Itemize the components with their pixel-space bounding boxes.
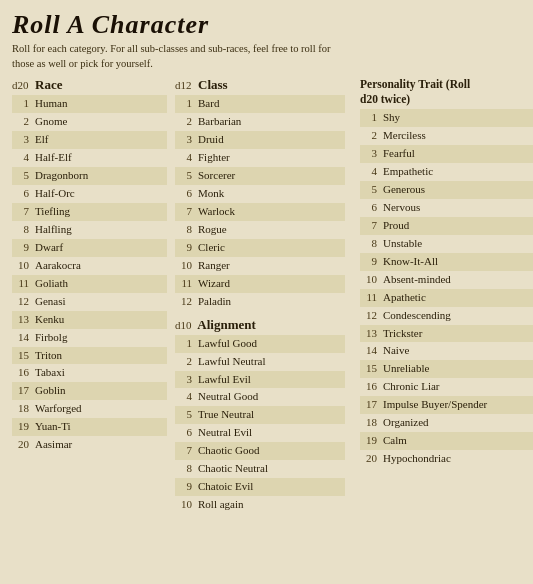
row-num: 10 (360, 271, 380, 289)
row-num: 2 (175, 353, 195, 371)
table-row: 8Rogue (175, 221, 345, 239)
row-value: Unstable (380, 235, 533, 253)
race-label: Race (35, 77, 62, 92)
table-row: 7Chaotic Good (175, 442, 345, 460)
table-row: 13Kenku (12, 311, 167, 329)
row-num: 17 (12, 382, 32, 400)
row-num: 4 (12, 149, 32, 167)
row-value: Calm (380, 432, 533, 450)
table-row: 17Goblin (12, 382, 167, 400)
table-row: 11Wizard (175, 275, 345, 293)
row-num: 19 (12, 418, 32, 436)
row-num: 5 (12, 167, 32, 185)
table-row: 10Absent-minded (360, 271, 533, 289)
row-num: 1 (12, 95, 32, 113)
row-num: 9 (175, 478, 195, 496)
row-value: Chaotic Good (195, 442, 345, 460)
table-row: 4Fighter (175, 149, 345, 167)
row-value: Goblin (32, 382, 167, 400)
table-row: 15Triton (12, 347, 167, 365)
row-num: 1 (175, 335, 195, 353)
row-value: Genasi (32, 293, 167, 311)
table-row: 2Lawful Neutral (175, 353, 345, 371)
row-num: 18 (12, 400, 32, 418)
subtitle: Roll for each category. For all sub-clas… (12, 42, 352, 71)
row-value: Proud (380, 217, 533, 235)
row-value: Fighter (195, 149, 345, 167)
race-column: d20 Race 1Human2Gnome3Elf4Half-Elf5Drago… (12, 77, 167, 514)
table-row: 11Goliath (12, 275, 167, 293)
row-value: Naive (380, 342, 533, 360)
row-num: 7 (175, 203, 195, 221)
table-row: 15Unreliable (360, 360, 533, 378)
race-class-row: d20 Race 1Human2Gnome3Elf4Half-Elf5Drago… (12, 77, 352, 514)
table-row: 10Aarakocra (12, 257, 167, 275)
table-row: 3Lawful Evil (175, 371, 345, 389)
row-value: Human (32, 95, 167, 113)
row-num: 5 (175, 167, 195, 185)
row-num: 7 (175, 442, 195, 460)
row-num: 6 (175, 424, 195, 442)
row-value: Yuan-Ti (32, 418, 167, 436)
main-content: d20 Race 1Human2Gnome3Elf4Half-Elf5Drago… (12, 77, 521, 514)
row-value: Wizard (195, 275, 345, 293)
row-num: 3 (360, 145, 380, 163)
row-value: Know-It-All (380, 253, 533, 271)
class-alignment-col: d12 Class 1Bard2Barbarian3Druid4Fighter5… (175, 77, 345, 514)
row-num: 16 (360, 378, 380, 396)
row-value: Lawful Evil (195, 371, 345, 389)
table-row: 6Neutral Evil (175, 424, 345, 442)
table-row: 6Half-Orc (12, 185, 167, 203)
class-dice: d12 (175, 79, 192, 91)
row-value: Neutral Evil (195, 424, 345, 442)
table-row: 14Firbolg (12, 329, 167, 347)
row-num: 7 (12, 203, 32, 221)
row-value: Nervous (380, 199, 533, 217)
alignment-dice: d10 (175, 319, 192, 331)
row-num: 5 (175, 406, 195, 424)
row-value: Half-Orc (32, 185, 167, 203)
table-row: 9Chatoic Evil (175, 478, 345, 496)
table-row: 3Druid (175, 131, 345, 149)
row-num: 5 (360, 181, 380, 199)
row-num: 12 (360, 307, 380, 325)
row-value: Firbolg (32, 329, 167, 347)
row-value: Tiefling (32, 203, 167, 221)
row-num: 15 (12, 347, 32, 365)
row-num: 20 (12, 436, 32, 454)
row-num: 9 (12, 239, 32, 257)
personality-section: Personality Trait (Roll d20 twice) 1Shy2… (360, 77, 533, 514)
row-num: 11 (175, 275, 195, 293)
row-value: Chaotic Neutral (195, 460, 345, 478)
row-value: Elf (32, 131, 167, 149)
row-num: 10 (175, 496, 195, 514)
row-value: Fearful (380, 145, 533, 163)
row-num: 8 (360, 235, 380, 253)
row-value: Aasimar (32, 436, 167, 454)
table-row: 12Paladin (175, 293, 345, 311)
table-row: 5True Neutral (175, 406, 345, 424)
table-row: 19Calm (360, 432, 533, 450)
row-num: 9 (175, 239, 195, 257)
table-row: 8Halfling (12, 221, 167, 239)
race-dice: d20 (12, 79, 29, 91)
row-num: 19 (360, 432, 380, 450)
table-row: 5Generous (360, 181, 533, 199)
row-num: 2 (175, 113, 195, 131)
left-section: d20 Race 1Human2Gnome3Elf4Half-Elf5Drago… (12, 77, 352, 514)
row-value: Chronic Liar (380, 378, 533, 396)
row-num: 14 (12, 329, 32, 347)
table-row: 12Genasi (12, 293, 167, 311)
row-value: Triton (32, 347, 167, 365)
table-row: 6Monk (175, 185, 345, 203)
race-table: 1Human2Gnome3Elf4Half-Elf5Dragonborn6Hal… (12, 95, 167, 454)
table-row: 4Empathetic (360, 163, 533, 181)
row-value: Aarakocra (32, 257, 167, 275)
row-value: Roll again (195, 496, 345, 514)
row-value: Apathetic (380, 289, 533, 307)
row-num: 1 (175, 95, 195, 113)
table-row: 3Elf (12, 131, 167, 149)
row-value: Condescending (380, 307, 533, 325)
table-row: 1Bard (175, 95, 345, 113)
table-row: 13Trickster (360, 325, 533, 343)
